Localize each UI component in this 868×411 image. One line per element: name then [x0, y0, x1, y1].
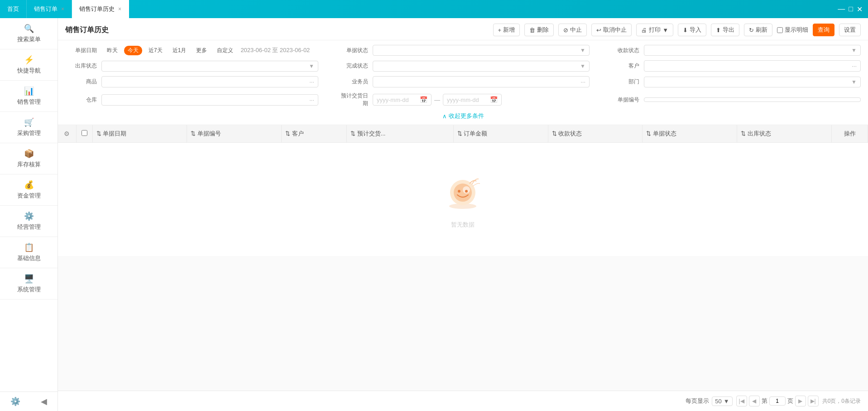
display-details-checkbox[interactable] [777, 27, 783, 33]
new-icon: + [498, 27, 502, 34]
date-quick-today[interactable]: 今天 [124, 46, 142, 55]
empty-state: 暂无数据 [58, 143, 868, 256]
page-navigation: |◀ ◀ 第 页 ▶ ▶| [736, 396, 819, 406]
date-quick-7days[interactable]: 近7天 [145, 46, 166, 55]
completion-status-label: 完成状态 [336, 62, 373, 70]
purchase-mgmt-icon: 🛒 [24, 117, 34, 127]
th-bill-number: ⇅ 单据编号 [187, 125, 282, 143]
calendar-start-icon: 📅 [420, 96, 427, 103]
refresh-button[interactable]: ↻ 刷新 [744, 24, 772, 36]
th-settings: ⚙ [58, 125, 76, 143]
last-page-button[interactable]: ▶| [808, 396, 819, 406]
export-button[interactable]: ⬆ 导出 [711, 24, 739, 36]
date-filter-control: 昨天 今天 近7天 近1月 更多 自定义 2023-06-02 至 2023-0… [101, 46, 318, 55]
collapse-button[interactable]: ∧ 收起更多条件 [65, 112, 861, 120]
department-chevron: ▼ [851, 79, 857, 85]
sidebar-item-inventory-mgmt[interactable]: 📦 库存核算 [0, 143, 58, 174]
sidebar-collapse-icon[interactable]: ◀ [41, 396, 47, 406]
prev-page-button[interactable]: ◀ [749, 396, 760, 406]
filter-row-4: 仓库 ··· 预计交货日期 yyyy-mm-dd 📅 — yyyy-mm-d [65, 92, 861, 107]
new-label: 新增 [503, 26, 515, 34]
sidebar-item-sales-mgmt-label: 销售管理 [17, 98, 41, 106]
per-page-select[interactable]: 50 ▼ [712, 396, 732, 406]
tab-home[interactable]: 首页 [0, 0, 27, 18]
page-number-input[interactable] [769, 396, 786, 406]
filter-row-3: 商品 ··· 业务员 ··· 部门 [65, 76, 861, 87]
delete-label: 删除 [537, 26, 549, 34]
date-quick-more[interactable]: 更多 [192, 46, 211, 55]
new-button[interactable]: + 新增 [493, 24, 520, 36]
display-toggle[interactable]: 显示明细 [777, 26, 808, 34]
sidebar-item-operations-mgmt[interactable]: ⚙️ 经营管理 [0, 206, 58, 237]
bill-number-input[interactable] [644, 97, 861, 102]
delivery-status-select[interactable]: ▼ [101, 61, 318, 72]
tab-sales-order-close[interactable]: × [61, 6, 64, 12]
sidebar-item-system-mgmt[interactable]: 🖥️ 系统管理 [0, 268, 58, 300]
expected-delivery-start-value: yyyy-mm-dd [377, 97, 409, 103]
sales-mgmt-icon: 📊 [24, 86, 34, 96]
maximize-icon[interactable]: □ [849, 5, 853, 13]
th-bill-date-label: ⇅ 单据日期 [96, 130, 127, 137]
product-input[interactable]: ··· [101, 76, 318, 87]
warehouse-input[interactable]: ··· [101, 94, 318, 106]
pagination-bar: 每页显示 50 ▼ |◀ ◀ 第 页 ▶ ▶| 共0页，0条记录 [58, 391, 868, 411]
tab-sales-order-history-close[interactable]: × [118, 6, 121, 12]
per-page-value: 50 [715, 398, 721, 405]
department-select[interactable]: ▼ [644, 77, 861, 87]
tab-sales-order-history[interactable]: 销售订单历史 × [72, 0, 129, 18]
select-all-checkbox[interactable] [82, 130, 87, 136]
import-icon: ⬇ [683, 27, 688, 34]
sidebar-item-quick-nav[interactable]: ⚡ 快捷导航 [0, 49, 58, 81]
per-page-chevron: ▼ [724, 398, 729, 405]
customer-label: 客户 [608, 62, 644, 70]
query-button[interactable]: 查询 [813, 24, 834, 36]
tab-sales-order[interactable]: 销售订单 × [27, 0, 72, 18]
delivery-status-label: 出库状态 [65, 62, 101, 70]
completion-status-select[interactable]: ▼ [373, 61, 590, 72]
import-button[interactable]: ⬇ 导入 [678, 24, 706, 36]
date-quick-custom[interactable]: 自定义 [213, 46, 237, 55]
th-bill-date: ⇅ 单据日期 [92, 125, 187, 143]
settings-button[interactable]: 设置 [839, 24, 861, 36]
th-bill-status: ⇅ 单据状态 [643, 125, 737, 143]
customer-input[interactable]: ··· [644, 60, 861, 72]
delete-button[interactable]: 🗑 删除 [524, 24, 554, 36]
display-details-label: 显示明细 [785, 26, 808, 34]
bill-status-select[interactable]: ▼ [373, 45, 590, 56]
export-icon: ⬆ [716, 27, 721, 34]
th-receipt-status: ⇅ 收款状态 [548, 125, 643, 143]
next-page-button[interactable]: ▶ [795, 396, 806, 406]
sidebar-item-search-menu-label: 搜索菜单 [17, 35, 41, 44]
date-separator: — [434, 97, 440, 103]
expected-delivery-start-input[interactable]: yyyy-mm-dd 📅 [373, 94, 432, 106]
salesperson-input[interactable]: ··· [373, 76, 590, 87]
th-expected-delivery-label: ⇅ 预计交货... [350, 130, 385, 137]
receipt-status-label: 收款状态 [608, 47, 644, 54]
first-page-button[interactable]: |◀ [736, 396, 747, 406]
date-range-end: 2023-06-02 [280, 47, 310, 53]
receipt-status-select[interactable]: ▼ [644, 45, 861, 56]
warehouse-label: 仓库 [65, 96, 101, 104]
sidebar-bottom: ⚙️ ◀ [0, 392, 58, 411]
stop-button[interactable]: ⊘ 中止 [558, 24, 587, 36]
th-expected-delivery: ⇅ 预计交货... [346, 125, 453, 143]
filter-row-1: 单据日期 昨天 今天 近7天 近1月 更多 自定义 2023-06-02 至 2… [65, 45, 861, 56]
sidebar-item-operations-mgmt-label: 经营管理 [17, 223, 41, 231]
table-settings-icon[interactable]: ⚙ [64, 130, 70, 137]
close-icon[interactable]: ✕ [857, 5, 863, 14]
expected-delivery-end-input[interactable]: yyyy-mm-dd 📅 [443, 94, 502, 106]
minimize-icon[interactable]: — [838, 5, 845, 13]
sidebar-settings-icon[interactable]: ⚙️ [10, 396, 20, 406]
print-button[interactable]: 🖨 打印 ▼ [636, 24, 673, 36]
bill-status-label: 单据状态 [336, 47, 373, 54]
date-quick-1month[interactable]: 近1月 [169, 46, 190, 55]
sidebar-item-search-menu[interactable]: 🔍 搜索菜单 [0, 18, 58, 49]
cancel-stop-button[interactable]: ↩ 取消中止 [591, 24, 632, 36]
sidebar-item-finance-mgmt[interactable]: 💰 资金管理 [0, 174, 58, 206]
sidebar-item-basic-info[interactable]: 📋 基础信息 [0, 237, 58, 268]
top-bar: 首页 销售订单 × 销售订单历史 × — □ ✕ [0, 0, 868, 18]
svg-point-2 [454, 184, 472, 202]
sidebar-item-sales-mgmt[interactable]: 📊 销售管理 [0, 81, 58, 112]
date-quick-yesterday[interactable]: 昨天 [103, 46, 121, 55]
sidebar-item-purchase-mgmt[interactable]: 🛒 采购管理 [0, 112, 58, 143]
